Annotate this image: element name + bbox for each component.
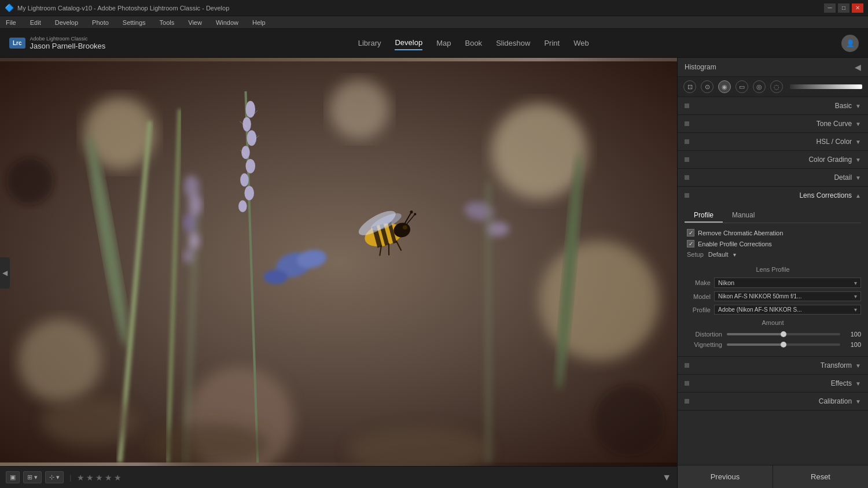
menu-window[interactable]: Window [214, 18, 241, 27]
filmstrip-view-button[interactable]: ▣ [6, 471, 20, 483]
star-5[interactable]: ★ [114, 473, 122, 482]
tab-manual[interactable]: Manual [723, 209, 764, 223]
vignetting-thumb[interactable] [781, 342, 786, 347]
lens-corrections-toggle-icon: ▲ [855, 193, 861, 199]
panel-section-detail-header[interactable]: Detail ▼ [678, 169, 868, 186]
detail-toggle-icon: ▼ [855, 175, 861, 181]
amount-title: Amount [685, 319, 861, 326]
window-icon: 🔷 [5, 3, 14, 12]
vignetting-fill [727, 343, 784, 346]
detail-title: Detail [694, 173, 852, 182]
close-button[interactable]: ✕ [852, 3, 863, 13]
svg-point-15 [189, 232, 200, 249]
panel-section-transform-header[interactable]: Transform ▼ [678, 357, 868, 374]
graduated-filter-tool[interactable]: ▭ [735, 80, 748, 93]
previous-button[interactable]: Previous [678, 465, 773, 488]
photo-canvas [0, 58, 677, 466]
lens-make-value: Nikon [718, 279, 734, 286]
svg-point-25 [238, 200, 247, 212]
panel-bottom-buttons: Previous Reset [678, 465, 868, 488]
histogram-section: Histogram ◀ [678, 58, 868, 77]
color-grading-bullet [685, 157, 689, 162]
svg-point-32 [264, 269, 288, 284]
menu-tools[interactable]: Tools [157, 18, 177, 27]
star-1[interactable]: ★ [77, 473, 84, 482]
star-3[interactable]: ★ [95, 473, 103, 482]
left-panel-toggle[interactable]: ◀ [0, 257, 10, 289]
star-2[interactable]: ★ [86, 473, 94, 482]
panel-section-tone-curve-header[interactable]: Tone Curve ▼ [678, 115, 868, 132]
nav-slideshow[interactable]: Slideshow [496, 36, 530, 50]
reset-button[interactable]: Reset [773, 465, 868, 488]
panel-section-basic-header[interactable]: Basic ▼ [678, 97, 868, 114]
calibration-bullet [685, 399, 689, 404]
adjustment-brush-tool[interactable]: ◌ [770, 80, 783, 93]
svg-point-24 [244, 186, 254, 201]
star-4[interactable]: ★ [105, 473, 112, 482]
panel-section-lens-corrections: Lens Corrections ▲ Profile Manual ✓ Remo… [678, 187, 868, 357]
panel-section-color-grading-header[interactable]: Color Grading ▼ [678, 151, 868, 168]
svg-point-23 [240, 173, 248, 187]
svg-point-4 [18, 319, 102, 402]
effects-bullet [685, 381, 689, 386]
panel-section-effects-header[interactable]: Effects ▼ [678, 375, 868, 392]
menu-edit[interactable]: Edit [28, 18, 43, 27]
tab-profile[interactable]: Profile [685, 209, 723, 223]
top-nav: Lrc Adobe Lightroom Classic Jason Parnel… [0, 29, 868, 58]
svg-point-51 [42, 397, 138, 445]
distortion-thumb[interactable] [781, 331, 786, 337]
nav-book[interactable]: Book [465, 36, 482, 50]
user-avatar[interactable]: 👤 [841, 35, 859, 52]
lens-model-dropdown[interactable]: Nikon AF-S NIKKOR 50mm f/1... ▾ [714, 291, 861, 301]
lens-make-dropdown[interactable]: Nikon ▾ [714, 278, 861, 288]
lens-profile-dropdown[interactable]: Adobe (Nikon AF-S NIKKOR S... ▾ [714, 305, 861, 315]
distortion-fill [727, 333, 784, 335]
star-rating[interactable]: ★ ★ ★ ★ ★ [77, 473, 122, 482]
grid-view-button[interactable]: ⊞ ▾ [23, 471, 42, 483]
photo-display [0, 58, 677, 466]
checkbox-chromatic-aberration[interactable]: ✓ [687, 229, 694, 236]
checkbox-enable-profile[interactable]: ✓ [687, 240, 694, 247]
panel-section-basic: Basic ▼ [678, 97, 868, 115]
menu-settings[interactable]: Settings [120, 18, 148, 27]
histogram-toggle[interactable]: ◀ [855, 62, 861, 72]
exposure-slider-preview [790, 84, 862, 89]
brand-logo: Lrc [9, 38, 25, 49]
vignetting-slider[interactable] [727, 343, 840, 346]
menu-file[interactable]: File [3, 18, 19, 27]
lens-profile-title: Lens Profile [685, 264, 861, 273]
spot-heal-tool[interactable]: ⊙ [701, 80, 713, 93]
crop-tool[interactable]: ⊡ [683, 80, 696, 93]
lens-field-make: Make Nikon ▾ [685, 278, 861, 288]
minimize-button[interactable]: ─ [824, 3, 836, 13]
toolbar-collapse[interactable]: ▼ [662, 472, 671, 483]
panel-section-lens-corrections-header[interactable]: Lens Corrections ▲ [678, 187, 868, 204]
menu-view[interactable]: View [186, 18, 204, 27]
menu-help[interactable]: Help [250, 18, 268, 27]
color-grading-title: Color Grading [694, 156, 852, 164]
tone-curve-toggle-icon: ▼ [855, 121, 861, 127]
maximize-button[interactable]: □ [838, 3, 849, 13]
basic-toggle-icon: ▼ [855, 103, 861, 109]
nav-print[interactable]: Print [544, 36, 560, 50]
nav-library[interactable]: Library [358, 36, 381, 50]
panel-section-calibration-header[interactable]: Calibration ▼ [678, 393, 868, 410]
menu-develop[interactable]: Develop [53, 18, 80, 27]
info-button[interactable]: ⊹ ▾ [45, 471, 64, 483]
distortion-slider[interactable] [727, 333, 840, 335]
basic-title: Basic [694, 102, 852, 110]
setup-label: Setup [687, 251, 704, 258]
radial-filter-tool[interactable]: ◎ [753, 80, 766, 93]
nav-web[interactable]: Web [573, 36, 589, 50]
svg-point-13 [189, 194, 202, 216]
lens-model-label: Model [685, 293, 711, 300]
setup-dropdown-icon[interactable]: ▾ [733, 252, 736, 258]
red-eye-tool[interactable]: ◉ [718, 80, 731, 93]
transform-toggle-icon: ▼ [855, 363, 861, 369]
window-controls[interactable]: ─ □ ✕ [824, 3, 863, 13]
svg-point-52 [150, 424, 270, 465]
nav-map[interactable]: Map [436, 36, 451, 50]
nav-develop[interactable]: Develop [395, 36, 422, 50]
panel-section-hsl-header[interactable]: HSL / Color ▼ [678, 133, 868, 150]
menu-photo[interactable]: Photo [90, 18, 111, 27]
